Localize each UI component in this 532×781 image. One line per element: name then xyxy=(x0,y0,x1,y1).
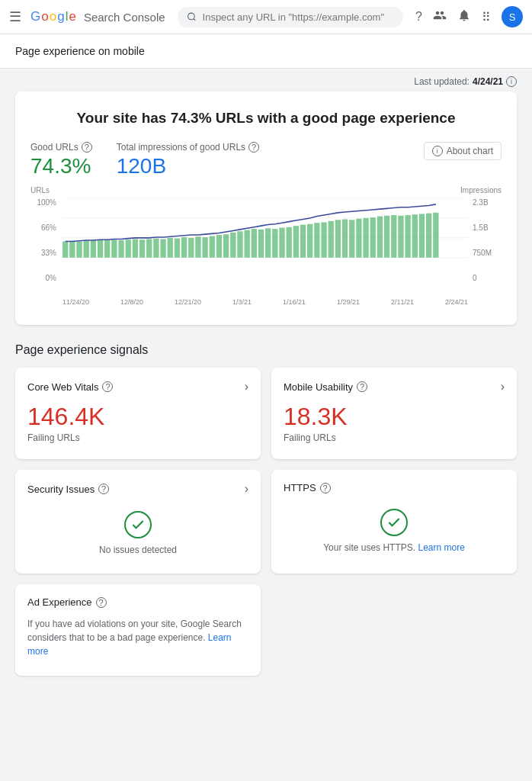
svg-rect-52 xyxy=(384,216,389,258)
impressions-value: 120B xyxy=(117,154,259,178)
impressions-metric: Total impressions of good URLs ? 120B xyxy=(117,142,259,178)
security-issues-help-icon[interactable]: ? xyxy=(98,484,109,494)
security-issues-success: No issues detected xyxy=(27,505,248,561)
svg-rect-43 xyxy=(321,222,326,257)
svg-line-1 xyxy=(194,19,195,21)
mobile-usability-link-icon[interactable]: › xyxy=(501,380,505,394)
svg-rect-27 xyxy=(210,236,215,258)
https-check-circle xyxy=(380,509,408,536)
accounts-icon[interactable] xyxy=(433,8,447,25)
svg-rect-12 xyxy=(104,239,110,258)
nav-icons: ? ⠿ S xyxy=(415,6,523,27)
svg-rect-14 xyxy=(118,240,123,258)
https-learn-more-link[interactable]: Learn more xyxy=(418,542,464,553)
svg-rect-25 xyxy=(195,236,200,258)
svg-rect-44 xyxy=(328,221,334,258)
core-web-vitals-card: Core Web Vitals ? › 146.4K Failing URLs xyxy=(15,368,261,459)
y-axis-right-0: 0 xyxy=(473,274,477,282)
security-issues-link-icon[interactable]: › xyxy=(245,482,248,496)
svg-rect-32 xyxy=(244,230,249,258)
ad-experience-learn-more-link[interactable]: Learn more xyxy=(27,632,232,657)
chart-svg xyxy=(62,198,468,282)
https-help-icon[interactable]: ? xyxy=(320,483,331,493)
x-label-3: 12/21/20 xyxy=(175,298,201,306)
signals-title: Page experience signals xyxy=(15,343,517,357)
y-axis-label-66: 66% xyxy=(41,223,56,232)
impressions-label: Total impressions of good URLs ? xyxy=(117,142,259,153)
svg-rect-6 xyxy=(62,242,68,258)
security-check-circle xyxy=(124,511,152,538)
mobile-usability-card: Mobile Usability ? › 18.3K Failing URLs xyxy=(271,368,517,459)
security-issues-card: Security Issues ? › No issues detected xyxy=(15,470,261,574)
svg-rect-46 xyxy=(342,220,348,258)
y-axis-right-title: Impressions xyxy=(460,186,502,194)
x-label-7: 2/11/21 xyxy=(391,298,414,306)
ad-experience-body: If you have ad violations on your site, … xyxy=(27,617,248,658)
x-axis-labels: 11/24/20 12/8/20 12/21/20 1/3/21 1/16/21… xyxy=(62,294,468,310)
apps-icon[interactable]: ⠿ xyxy=(482,10,491,24)
signals-grid: Core Web Vitals ? › 146.4K Failing URLs … xyxy=(15,368,517,676)
signals-section: Page experience signals Core Web Vitals … xyxy=(15,343,517,676)
headline-title: Your site has 74.3% URLs with a good pag… xyxy=(30,110,502,127)
svg-rect-8 xyxy=(76,242,82,258)
security-issues-text: No issues detected xyxy=(99,545,177,555)
core-web-vitals-link-icon[interactable]: › xyxy=(245,380,248,394)
last-updated-info-icon[interactable]: i xyxy=(506,76,517,87)
about-chart-info-icon: i xyxy=(432,146,443,156)
search-bar[interactable] xyxy=(178,7,403,27)
svg-rect-16 xyxy=(133,239,138,257)
ad-experience-help-icon[interactable]: ? xyxy=(96,597,107,608)
avatar[interactable]: S xyxy=(502,6,523,27)
svg-rect-18 xyxy=(146,239,152,257)
last-updated-bar: Last updated: 4/24/21 i xyxy=(15,69,517,92)
security-issues-header: Security Issues ? › xyxy=(27,482,248,496)
last-updated-value: 4/24/21 xyxy=(473,76,503,87)
mobile-usability-help-icon[interactable]: ? xyxy=(357,381,367,392)
ad-experience-title: Ad Experience ? xyxy=(27,596,107,608)
svg-rect-10 xyxy=(91,240,96,258)
good-urls-help-icon[interactable]: ? xyxy=(82,142,92,153)
help-icon[interactable]: ? xyxy=(415,10,422,24)
top-navigation: ☰ Google Search Console ? ⠿ S xyxy=(0,0,532,34)
y-axis-label-33: 33% xyxy=(41,249,56,257)
core-web-vitals-title: Core Web Vitals ? xyxy=(27,381,113,393)
svg-rect-53 xyxy=(391,215,396,258)
search-icon xyxy=(187,11,197,22)
https-success-text: Your site uses HTTPS. Learn more xyxy=(323,542,465,553)
impressions-help-icon[interactable]: ? xyxy=(248,142,259,153)
svg-point-0 xyxy=(187,13,194,20)
svg-rect-33 xyxy=(252,229,257,258)
svg-rect-51 xyxy=(377,217,383,258)
y-axis-right-750m: 750M xyxy=(473,249,492,257)
x-label-1: 11/24/20 xyxy=(62,298,89,306)
svg-rect-13 xyxy=(111,239,117,258)
menu-icon[interactable]: ☰ xyxy=(9,8,21,25)
svg-rect-31 xyxy=(237,231,242,258)
svg-rect-47 xyxy=(349,220,354,258)
security-check-icon xyxy=(130,517,146,532)
mobile-usability-failing-label: Failing URLs xyxy=(284,432,505,443)
good-urls-label: Good URLs ? xyxy=(30,142,92,153)
y-axis-right-2-3b: 2.3B xyxy=(473,198,489,207)
svg-rect-37 xyxy=(279,228,284,258)
good-urls-value: 74.3% xyxy=(30,154,92,178)
svg-rect-56 xyxy=(412,214,418,258)
app-title: Search Console xyxy=(84,11,165,24)
svg-rect-35 xyxy=(265,228,271,258)
about-chart-button[interactable]: i About chart xyxy=(424,142,502,160)
search-input[interactable] xyxy=(203,11,395,23)
x-label-5: 1/16/21 xyxy=(283,298,306,306)
svg-rect-59 xyxy=(433,213,438,258)
ad-experience-header: Ad Experience ? xyxy=(27,596,248,608)
ad-experience-card: Ad Experience ? If you have ad violation… xyxy=(15,584,261,676)
y-axis-label-100: 100% xyxy=(37,198,56,207)
svg-rect-48 xyxy=(356,219,361,258)
page-header: Page experience on mobile xyxy=(0,34,532,69)
svg-rect-11 xyxy=(98,240,103,258)
headline-card: Your site has 74.3% URLs with a good pag… xyxy=(15,92,517,325)
page-title: Page experience on mobile xyxy=(15,45,145,57)
notifications-icon[interactable] xyxy=(457,8,471,25)
https-card: HTTPS ? Your site uses HTTPS. Learn more xyxy=(271,470,517,574)
y-axis-left-title: URLs xyxy=(30,186,50,194)
core-web-vitals-help-icon[interactable]: ? xyxy=(102,381,113,392)
